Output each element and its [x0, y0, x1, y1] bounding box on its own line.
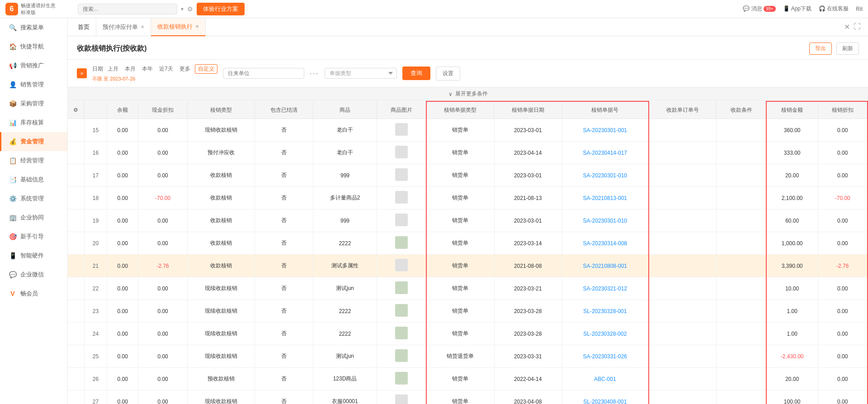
tab-prepay[interactable]: 预付冲应付单 ✕ — [96, 18, 151, 36]
expand-more-bar[interactable]: ∨ 展开更多条件 — [68, 87, 868, 101]
sidebar-item-sales[interactable]: 👤 销售管理 — [0, 75, 67, 94]
cell-bill-date: 2023-03-01 — [494, 209, 561, 232]
cell-bill-no[interactable]: SA-20230301-010 — [561, 164, 649, 187]
sidebar-item-quick-nav[interactable]: 🏠 快捷导航 — [0, 37, 67, 56]
sidebar-item-guide[interactable]: 🎯 新手引导 — [0, 227, 67, 246]
row-settings[interactable] — [68, 323, 84, 345]
sidebar-item-purchase[interactable]: 📦 采购管理 — [0, 94, 67, 113]
cell-bill-no[interactable]: SL-20230328-002 — [561, 323, 649, 345]
cell-bill-no[interactable]: SL-20230328-001 — [561, 300, 649, 323]
cell-bill-date: 2021-08-08 — [494, 255, 561, 277]
app-download-link[interactable]: 📱 App下载 — [783, 5, 811, 13]
dropdown-arrow-icon[interactable]: ▾ — [181, 6, 184, 12]
cell-writeoff-discount: 0.00 — [818, 323, 868, 345]
close-tab-icon[interactable]: ✕ — [195, 24, 199, 29]
cell-bill-type: 销货单 — [426, 390, 494, 404]
close-tab-icon[interactable]: ✕ — [141, 24, 144, 29]
date-option-this-month[interactable]: 本月 — [123, 64, 137, 74]
sidebar-item-inventory[interactable]: 📊 库存核算 — [0, 113, 67, 132]
sidebar-item-finance[interactable]: 💰 资金管理 — [0, 132, 67, 151]
row-settings[interactable] — [68, 209, 84, 232]
col-bill-date: 核销单据日期 — [494, 101, 561, 119]
user-name[interactable]: Rit — [856, 6, 863, 12]
row-settings[interactable] — [68, 300, 84, 323]
row-settings[interactable] — [68, 390, 84, 404]
industry-solution-button[interactable]: 体验行业方案 — [197, 3, 245, 15]
party-input[interactable] — [223, 68, 304, 79]
cell-bill-no[interactable]: SA-20230414-017 — [561, 142, 649, 164]
row-settings[interactable] — [68, 277, 84, 300]
message-area[interactable]: 💬 消息 99+ — [743, 5, 776, 13]
sidebar-item-hardware[interactable]: 📱 智能硬件 — [0, 246, 67, 265]
cell-writeoff-amount: 333.00 — [766, 142, 818, 164]
cell-receipt-order-no — [649, 255, 717, 277]
cell-bill-no[interactable]: SA-20230321-012 — [561, 277, 649, 300]
col-bill-type: 核销单据类型 — [426, 101, 494, 119]
row-settings[interactable] — [68, 142, 84, 164]
tab-home[interactable]: 首页 — [71, 18, 96, 36]
page-content: 收款核销执行(按收款) 导出 刷新 » 日期 上月 本月 本年 近7天 更多 — [68, 36, 868, 404]
sidebar-label: 畅会员 — [20, 290, 38, 298]
row-settings[interactable] — [68, 187, 84, 209]
row-settings[interactable] — [68, 345, 84, 368]
cell-writeoff-amount: 1.00 — [766, 323, 818, 345]
top-right-area: 💬 消息 99+ 📱 App下载 🎧 在线客服 Rit — [743, 5, 863, 13]
col-receipt-order-no: 收款单订单号 — [649, 101, 717, 119]
cell-bill-no[interactable]: SA-20230314-008 — [561, 232, 649, 255]
cell-goods-img — [377, 164, 426, 187]
cell-goods: 999 — [313, 164, 377, 187]
sidebar-item-basic[interactable]: 📑 基础信息 — [0, 170, 67, 189]
sidebar-item-business[interactable]: 📋 经营管理 — [0, 151, 67, 170]
expand-window-icon[interactable]: ⛶ — [854, 23, 861, 31]
cell-include-settled: 否 — [255, 277, 313, 300]
filter-expand-button[interactable]: » — [77, 68, 87, 78]
sidebar-item-wechat[interactable]: 💬 企业微信 — [0, 265, 67, 284]
row-settings[interactable] — [68, 232, 84, 255]
sidebar-item-search-menu[interactable]: 🔍 搜索菜单 — [0, 18, 67, 37]
column-settings-icon[interactable]: ⚙ — [73, 107, 78, 113]
date-custom-button[interactable]: 自定义 — [195, 64, 217, 74]
cell-bill-no[interactable]: ABC-001 — [561, 368, 649, 390]
date-filter: 日期 上月 本月 本年 近7天 更多 自定义 不限 至 2023-07-26 — [92, 64, 217, 82]
refresh-button[interactable]: 刷新 — [836, 43, 859, 55]
cell-goods-img — [377, 119, 426, 142]
cell-bill-no[interactable]: SA-20230331-026 — [561, 345, 649, 368]
cell-writeoff-discount: 0.00 — [818, 209, 868, 232]
cell-bill-no[interactable]: SL-20230408-001 — [561, 390, 649, 404]
query-button[interactable]: 查询 — [402, 67, 430, 80]
cell-bill-no[interactable]: SA-20210813-001 — [561, 187, 649, 209]
date-option-last-month[interactable]: 上月 — [106, 64, 120, 74]
online-service-link[interactable]: 🎧 在线客服 — [819, 5, 849, 13]
row-number: 22 — [84, 277, 107, 300]
tab-label: 预付冲应付单 — [103, 23, 138, 31]
cell-writeoff-type: 预收款核销 — [188, 368, 255, 390]
cell-goods: 123D商品 — [313, 368, 377, 390]
row-settings[interactable] — [68, 164, 84, 187]
date-option-this-year[interactable]: 本年 — [140, 64, 155, 74]
cell-bill-no[interactable]: SA-20210808-001 — [561, 255, 649, 277]
settings-icon[interactable]: ⚙ — [187, 5, 193, 13]
col-settings[interactable]: ⚙ — [68, 101, 84, 119]
row-settings[interactable] — [68, 119, 84, 142]
voucher-type-select[interactable]: 单据类型 — [325, 68, 397, 79]
cell-bill-date: 2023-03-28 — [494, 323, 561, 345]
cell-writeoff-discount: 0.00 — [818, 232, 868, 255]
sidebar-item-system[interactable]: ⚙️ 系统管理 — [0, 189, 67, 208]
sidebar-item-enterprise[interactable]: 🏢 企业协同 — [0, 208, 67, 227]
settings-button[interactable]: 设置 — [436, 67, 460, 81]
tab-writeoff[interactable]: 收款核销执行 ✕ — [151, 18, 206, 36]
cell-bill-no[interactable]: SA-20230301-001 — [561, 119, 649, 142]
export-button[interactable]: 导出 — [809, 43, 832, 55]
goods-image — [395, 349, 408, 362]
row-settings[interactable] — [68, 255, 84, 277]
date-option-more[interactable]: 更多 — [178, 64, 192, 74]
sidebar-item-marketing[interactable]: 📢 营销推广 — [0, 56, 67, 75]
cell-writeoff-type: 现续收款核销 — [188, 390, 255, 404]
sidebar-item-vip[interactable]: V 畅会员 — [0, 284, 67, 303]
top-search-input[interactable] — [78, 4, 177, 14]
finance-icon: 💰 — [9, 138, 17, 146]
date-option-7days[interactable]: 近7天 — [157, 64, 175, 74]
close-window-icon[interactable]: ✕ — [844, 23, 850, 31]
cell-bill-no[interactable]: SA-20230301-010 — [561, 209, 649, 232]
row-settings[interactable] — [68, 368, 84, 390]
